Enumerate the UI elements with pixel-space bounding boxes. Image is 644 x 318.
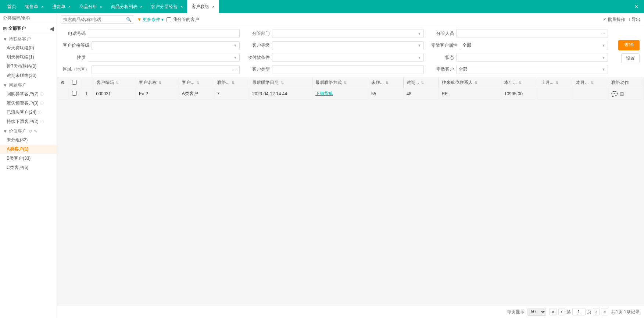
col-action-header[interactable]: 联络动作 xyxy=(608,77,644,88)
sidebar-item-tomorrow[interactable]: 明天待联络(1) xyxy=(0,53,57,62)
col-settings-header[interactable]: ⚙ xyxy=(57,77,69,88)
nav-customer-contact[interactable]: 客户联络 × xyxy=(187,0,219,13)
input-phone[interactable] xyxy=(88,29,240,38)
sort-contact-icon: ⇅ xyxy=(232,81,235,85)
col-name-header[interactable]: 客户名称 ⇅ xyxy=(136,77,179,88)
nav-home[interactable]: 首页 xyxy=(3,0,21,13)
sidebar-group-pending[interactable]: ▼ 待联络客户 xyxy=(0,34,57,43)
select-payment[interactable]: ▼ xyxy=(272,53,424,62)
settings-icon[interactable]: ⚙ xyxy=(61,80,65,85)
col-last-date-header[interactable]: 最后联络日期 ⇅ xyxy=(249,77,312,88)
close-customer-segment-tab[interactable]: × xyxy=(180,5,183,9)
close-sales-tab[interactable]: × xyxy=(41,5,43,9)
comment-action-icon[interactable]: 💬 xyxy=(611,91,618,97)
page-size-select[interactable]: 50 100 200 xyxy=(527,308,546,316)
nav-sales[interactable]: 销售单 × xyxy=(21,0,48,13)
last-way-link[interactable]: 下销货单 xyxy=(315,91,333,96)
export-btn[interactable]: ↑ 导出 xyxy=(628,17,640,23)
filter-search-icon[interactable]: 🔍 xyxy=(126,17,132,22)
sidebar-item-churned[interactable]: 已流失客户(24) ⓘ xyxy=(0,108,57,117)
sidebar-item-class-c[interactable]: C类客户(6) xyxy=(0,163,57,172)
filter-search-input[interactable] xyxy=(63,17,125,22)
select-customer-type[interactable] xyxy=(272,65,424,74)
nav-product-analysis-list[interactable]: 商品分析列表 × xyxy=(107,0,147,13)
col-this-month-header[interactable]: 本月... ⇅ xyxy=(573,77,608,88)
close-product-analysis-tab[interactable]: × xyxy=(100,5,102,9)
row-checkbox-cell[interactable] xyxy=(69,88,80,99)
close-purchase-tab[interactable]: × xyxy=(68,5,71,9)
query-button[interactable]: 查询 xyxy=(618,40,640,50)
sidebar-item-abnormal[interactable]: 回购异常客户(2) ⓘ xyxy=(0,89,57,99)
col-contacts-header[interactable]: 往来单位联系人 ⇅ xyxy=(439,77,501,88)
pagination: « ‹ 第 页 › » xyxy=(549,308,608,315)
page-input[interactable] xyxy=(572,308,586,315)
col-checkbox-header[interactable] xyxy=(69,77,80,88)
row-not-contact-cell: 55 xyxy=(368,88,403,99)
my-customer-checkbox[interactable] xyxy=(167,17,171,22)
nav-customer-segment[interactable]: 客户分层经营 × xyxy=(147,0,187,13)
first-page-btn[interactable]: « xyxy=(549,308,557,315)
label-status: 状态 xyxy=(431,54,456,61)
setting-button[interactable]: 设置 xyxy=(621,53,640,63)
close-all-tabs[interactable]: × xyxy=(632,3,641,10)
last-page-btn[interactable]: » xyxy=(601,308,609,315)
close-customer-contact-tab[interactable]: × xyxy=(212,5,214,9)
col-last-month-header[interactable]: 上月... ⇅ xyxy=(538,77,573,88)
select-customer-grade[interactable]: ▼ xyxy=(272,41,424,50)
filter-row-manager: 分管人员 ··· xyxy=(431,29,608,38)
chevron-down-icon: ▾ xyxy=(161,17,164,22)
grid-action-icon[interactable]: ⊞ xyxy=(620,91,624,97)
row-no-cell: 1 xyxy=(80,88,93,99)
col-last-way-header[interactable]: 最后联络方式 ⇅ xyxy=(312,77,368,88)
sidebar-item-class-b[interactable]: B类客户(33) xyxy=(0,154,57,163)
col-not-contact-header[interactable]: 未联... ⇅ xyxy=(368,77,403,88)
row-last-date-cell: 2023-04-12 14:44: xyxy=(249,88,312,99)
sidebar-item-unclassified[interactable]: 未分组(32) xyxy=(0,135,57,145)
select-retail-attr[interactable]: 全部 ▼ xyxy=(460,41,608,50)
select-nature[interactable]: ▼ xyxy=(88,53,240,62)
col-code-header[interactable]: 客户编码 ⇅ xyxy=(93,77,136,88)
nav-product-analysis[interactable]: 商品分析 × xyxy=(75,0,107,13)
row-contact-cell: 7 xyxy=(214,88,249,99)
sidebar-search-area: 🔍 xyxy=(0,13,57,23)
sort-not-contact-icon: ⇅ xyxy=(386,81,389,85)
prev-page-btn[interactable]: ‹ xyxy=(558,308,565,315)
sidebar-item-today[interactable]: 今天待联络(0) xyxy=(0,43,57,53)
row-last-way-cell[interactable]: 下销货单 xyxy=(312,88,368,99)
sidebar-all-customers[interactable]: ⊞ 全部客户 ◀ xyxy=(0,23,57,34)
select-dept[interactable]: ▼ xyxy=(272,29,424,38)
close-product-analysis-list-tab[interactable]: × xyxy=(140,5,143,9)
filter-more-btn[interactable]: ▼ 更多条件 ▾ xyxy=(137,17,164,23)
refresh-icon[interactable]: ↺ xyxy=(29,129,32,134)
col-this-year-header[interactable]: 本年... ⇅ xyxy=(501,77,538,88)
sidebar-item-declining[interactable]: 持续下滑客户(2) ⓘ xyxy=(0,117,57,126)
row-checkbox[interactable] xyxy=(72,91,77,96)
label-customer-grade: 客户等级 xyxy=(247,42,272,49)
sort-overdue-icon: ⇅ xyxy=(421,81,424,85)
col-contact-header[interactable]: 联络... ⇅ xyxy=(214,77,249,88)
select-status[interactable]: ▼ xyxy=(456,53,608,62)
sidebar-group-problem[interactable]: ▼ 问题客户 xyxy=(0,80,57,89)
filter-my-customer[interactable]: 我分管的客户 xyxy=(167,17,199,23)
next-page-btn[interactable]: › xyxy=(593,308,600,315)
sidebar-item-overdue[interactable]: 逾期未联络(30) xyxy=(0,71,57,80)
edit-icon[interactable]: ✎ xyxy=(34,129,37,134)
select-manager[interactable]: ··· xyxy=(456,29,608,38)
sidebar-item-class-a[interactable]: A类客户(1) xyxy=(0,145,57,154)
select-retail-customer[interactable]: 全部 ▼ xyxy=(456,65,608,74)
col-overdue-header[interactable]: 逾期... ⇅ xyxy=(403,77,439,88)
sidebar-item-churn-warning[interactable]: 流失预警客户(3) ⓘ xyxy=(0,99,57,108)
sidebar-group-value[interactable]: ▼ 价值客户 ↺ ✎ xyxy=(0,126,57,135)
select-price-grade[interactable]: ▼ xyxy=(92,41,240,50)
select-region[interactable]: ··· xyxy=(92,65,240,74)
select-all-checkbox[interactable] xyxy=(72,80,77,85)
row-code-cell: 000031 xyxy=(93,88,136,99)
batch-op-btn[interactable]: ✓ 批量操作 xyxy=(603,17,625,23)
sidebar-search-input[interactable] xyxy=(3,15,57,21)
nav-purchase[interactable]: 进货单 × xyxy=(48,0,75,13)
filter-actions: ✓ 批量操作 ↑ 导出 xyxy=(603,17,640,23)
sidebar-collapse-btn[interactable]: ◀ xyxy=(50,26,54,32)
col-level-header[interactable]: 客户... ⇅ xyxy=(179,77,214,88)
sidebar-item-7days[interactable]: 近7天待联络(0) xyxy=(0,62,57,71)
sort-last-way-icon: ⇅ xyxy=(344,81,347,85)
